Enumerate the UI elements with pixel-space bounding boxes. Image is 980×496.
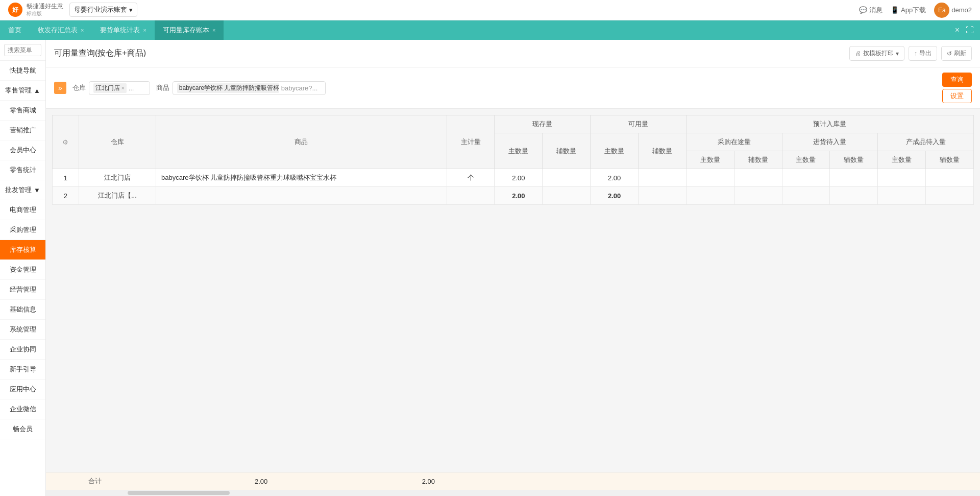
tab-available-label: 可用量库存账本 <box>163 26 209 35</box>
warehouse-more[interactable]: ... <box>129 84 134 92</box>
chevron-icon-2: ▼ <box>34 186 40 194</box>
th-available-aux-qty: 辅数量 <box>638 133 686 169</box>
sidebar-item-retail-mall[interactable]: 零售商城 <box>0 101 45 121</box>
tab-available-close[interactable]: × <box>212 27 215 33</box>
sidebar-member-center-label: 会员中心 <box>10 146 36 154</box>
sidebar-item-retail-stats[interactable]: 零售统计 <box>0 160 45 180</box>
logo-subtext: 标准版 <box>27 10 63 17</box>
cell-proc-main-1 <box>686 169 734 187</box>
query-btn[interactable]: 查询 <box>942 73 972 87</box>
logo-text-area: 畅捷通好生意 标准版 <box>27 3 63 17</box>
product-more[interactable]: babycare?... <box>281 84 318 92</box>
cell-unit-1: 个 <box>447 169 495 187</box>
cell-avail-aux-1 <box>638 169 686 187</box>
table-footer: 合计 2.00 2.00 <box>46 472 980 490</box>
th-proc-main: 主数量 <box>686 151 734 169</box>
sidebar-marketing-label: 营销推广 <box>10 126 36 134</box>
tab-receive-close[interactable]: × <box>81 27 84 33</box>
th-inb-aux: 辅数量 <box>830 151 878 169</box>
cell-product-1: babycare学饮杯 儿童防摔防撞吸管杯重力球吸嘴杯宝宝水杯 <box>156 169 447 187</box>
page-actions: 🖨 按模板打印 ▾ ↑ 导出 ↺ 刷新 <box>849 46 972 61</box>
th-warehouse: 仓库 <box>79 115 156 169</box>
message-label: 消息 <box>869 6 883 15</box>
app-download-label: App下载 <box>901 6 926 15</box>
sidebar-item-ecommerce-mgmt[interactable]: 电商管理 <box>0 200 45 220</box>
horizontal-scrollbar[interactable] <box>46 490 980 496</box>
sidebar-item-inventory-check[interactable]: 库存核算 <box>0 240 45 260</box>
data-table: ⚙ 仓库 商品 主计量 现存量 可用量 预计入库量 主数量 辅数量 主数量 辅数… <box>52 115 974 205</box>
sidebar-purchase-label: 采购管理 <box>10 226 36 233</box>
table-row: 1 江北门店 babycare学饮杯 儿童防摔防撞吸管杯重力球吸嘴杯宝宝水杯 个… <box>53 169 974 187</box>
filter-toggle-btn[interactable]: » <box>54 82 66 94</box>
tab-home-label: 首页 <box>8 26 21 35</box>
sidebar-item-quick-nav[interactable]: 快捷导航 <box>0 61 45 81</box>
warehouse-tag-close[interactable]: × <box>121 85 125 91</box>
sidebar-item-app-center[interactable]: 应用中心 <box>0 380 45 399</box>
nav-actions: × ⛶ <box>953 23 980 37</box>
tab-order-close[interactable]: × <box>143 27 146 33</box>
sidebar-item-enterprise-collab[interactable]: 企业协同 <box>0 340 45 360</box>
scroll-thumb[interactable] <box>128 491 230 495</box>
cell-warehouse-2: 江北门店【... <box>79 187 156 205</box>
filter-row: » 仓库 江北门店 × ... 商品 babycare学饮杯 儿童防摔防撞吸管杯… <box>46 67 980 109</box>
tab-receive-summary[interactable]: 收发存汇总表 × <box>30 20 92 40</box>
tab-available-stock[interactable]: 可用量库存账本 × <box>155 20 224 40</box>
cell-inb-main-2 <box>782 187 830 205</box>
settings-icon[interactable]: ⚙ <box>62 138 68 146</box>
sidebar-new-guide-label: 新手引导 <box>10 365 36 373</box>
refresh-btn[interactable]: ↺ 刷新 <box>941 46 972 61</box>
industry-select[interactable]: 母婴行业演示账套 ▾ <box>69 3 137 17</box>
chevron-icon: ▲ <box>34 87 40 95</box>
th-inb-main: 主数量 <box>782 151 830 169</box>
product-tag-container[interactable]: babycare学饮杯 儿童防摔防撞吸管杯重力球吸嘴杯宝宝水杯 × babyca… <box>173 81 326 95</box>
sidebar-item-purchase-mgmt[interactable]: 采购管理 <box>0 220 45 240</box>
th-settings[interactable]: ⚙ <box>53 115 79 169</box>
message-btn[interactable]: 💬 消息 <box>859 6 883 15</box>
settings-btn[interactable]: 设置 <box>942 89 972 103</box>
sidebar-item-wholesale-mgmt[interactable]: 批发管理 ▼ <box>0 180 45 200</box>
sidebar-item-new-guide[interactable]: 新手引导 <box>0 360 45 380</box>
sidebar-retail-stats-label: 零售统计 <box>10 166 36 174</box>
cell-stock-main-1: 2.00 <box>495 169 543 187</box>
close-all-btn[interactable]: × <box>953 23 962 37</box>
cell-proc-main-2 <box>686 187 734 205</box>
industry-label: 母婴行业演示账套 <box>74 5 127 14</box>
sidebar-item-basic-info[interactable]: 基础信息 <box>0 300 45 320</box>
cell-product-2 <box>156 187 447 205</box>
sidebar-item-operations-mgmt[interactable]: 经营管理 <box>0 280 45 300</box>
footer-label: 合计 <box>54 477 136 486</box>
warehouse-tag-container[interactable]: 江北门店 × ... <box>89 81 150 95</box>
sidebar-item-enterprise-wechat[interactable]: 企业微信 <box>0 399 45 419</box>
app-download-btn[interactable]: 📱 App下载 <box>891 6 926 15</box>
cell-avail-main-1: 2.00 <box>591 169 639 187</box>
sidebar-item-member-center[interactable]: 会员中心 <box>0 140 45 160</box>
warehouse-label: 仓库 <box>72 83 86 92</box>
top-bar-left: 好 畅捷通好生意 标准版 母婴行业演示账套 ▾ <box>8 3 137 17</box>
message-icon: 💬 <box>859 6 867 14</box>
export-btn[interactable]: ↑ 导出 <box>909 46 937 61</box>
sidebar-vip-label: 畅会员 <box>13 425 33 433</box>
search-input[interactable] <box>4 44 41 56</box>
top-bar-right: 💬 消息 📱 App下载 Ea demo2 <box>859 3 972 18</box>
cell-stock-main-2: 2.00 <box>495 187 543 205</box>
th-product: 商品 <box>156 115 447 169</box>
user-area[interactable]: Ea demo2 <box>934 3 972 18</box>
sidebar-item-marketing[interactable]: 营销推广 <box>0 121 45 140</box>
print-icon: 🖨 <box>855 50 861 57</box>
tab-order-stats[interactable]: 要货单统计表 × <box>92 20 154 40</box>
sidebar-app-center-label: 应用中心 <box>10 385 36 393</box>
row-num-2: 2 <box>53 187 79 205</box>
tab-receive-label: 收发存汇总表 <box>38 26 78 35</box>
tab-order-label: 要货单统计表 <box>100 26 140 35</box>
sidebar-item-system-mgmt[interactable]: 系统管理 <box>0 320 45 340</box>
product-tag-babycare: babycare学饮杯 儿童防摔防撞吸管杯重力球吸嘴杯宝宝水杯 × <box>177 83 279 93</box>
print-template-btn[interactable]: 🖨 按模板打印 ▾ <box>849 46 904 61</box>
cell-avail-main-2: 2.00 <box>591 187 639 205</box>
sidebar-item-retail-mgmt[interactable]: 零售管理 ▲ <box>0 81 45 101</box>
tab-home[interactable]: 首页 <box>0 20 30 40</box>
username-label: demo2 <box>951 6 972 14</box>
sidebar-item-finance-mgmt[interactable]: 资金管理 <box>0 260 45 280</box>
th-proc-aux: 辅数量 <box>734 151 782 169</box>
sidebar-item-vip-member[interactable]: 畅会员 <box>0 419 45 439</box>
fullscreen-btn[interactable]: ⛶ <box>964 23 976 37</box>
